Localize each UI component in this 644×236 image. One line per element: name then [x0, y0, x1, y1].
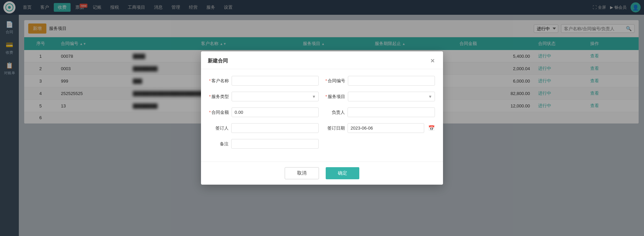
notes-input[interactable]: [231, 139, 319, 149]
contract-amount-input[interactable]: [232, 107, 319, 117]
modal-header: 新建合同 ✕: [201, 51, 443, 69]
signer-input[interactable]: [231, 123, 319, 133]
service-type-select-wrap: ▼: [232, 92, 319, 101]
responsible-person-field: 负责人: [325, 107, 435, 117]
customer-name-input[interactable]: [232, 76, 319, 86]
responsible-person-label: 负责人: [325, 109, 345, 115]
responsible-person-input[interactable]: [348, 107, 435, 117]
main-layout: 📄 合同 💳 收费 📋 对账单 新增 服务项目 进行中 已完成 已终止: [0, 15, 644, 236]
contract-amount-label: *合同金额: [209, 109, 229, 115]
contract-no-field: *合同编号: [325, 76, 435, 86]
service-item-select-wrap: ▼: [348, 92, 435, 101]
contract-no-input[interactable]: [348, 76, 435, 86]
customer-name-field: *客户名称: [209, 76, 319, 86]
customer-name-label: *客户名称: [209, 78, 229, 84]
contract-amount-field: *合同金额: [209, 107, 319, 117]
sign-date-input[interactable]: [348, 123, 424, 133]
modal-footer: 取消 确定: [201, 161, 443, 185]
form-row-2: *服务类型 ▼ *服务项目: [209, 92, 435, 101]
modal-title: 新建合同: [208, 58, 228, 64]
service-item-label: *服务项目: [325, 94, 345, 100]
modal-overlay[interactable]: 新建合同 ✕ *客户名称 *合同编号: [0, 0, 644, 236]
calendar-icon[interactable]: 📅: [428, 125, 435, 131]
sign-date-label: 签订日期: [325, 125, 345, 131]
service-type-select[interactable]: [232, 92, 319, 101]
content-area: 新增 服务项目 进行中 已完成 已终止 🔍: [19, 15, 644, 236]
contract-no-label: *合同编号: [325, 78, 345, 84]
service-type-label: *服务类型: [209, 94, 229, 100]
modal-body: *客户名称 *合同编号: [201, 69, 443, 161]
form-row-5: 备注: [209, 139, 435, 149]
new-contract-modal: 新建合同 ✕ *客户名称 *合同编号: [201, 51, 443, 185]
notes-label: 备注: [209, 141, 229, 147]
cancel-button[interactable]: 取消: [285, 167, 319, 179]
modal-close-button[interactable]: ✕: [428, 57, 436, 65]
confirm-button[interactable]: 确定: [326, 167, 359, 179]
signer-label: 签订人: [209, 125, 229, 131]
notes-field: 备注: [209, 139, 319, 149]
service-type-field: *服务类型 ▼: [209, 92, 319, 101]
service-item-select[interactable]: [348, 92, 435, 101]
form-row-4: 签订人 签订日期 📅: [209, 123, 435, 133]
sign-date-field: 签订日期 📅: [325, 123, 435, 133]
signer-field: 签订人: [209, 123, 319, 133]
form-row-3: *合同金额 负责人: [209, 107, 435, 117]
form-row-1: *客户名称 *合同编号: [209, 76, 435, 86]
service-item-field: *服务项目 ▼: [325, 92, 435, 101]
